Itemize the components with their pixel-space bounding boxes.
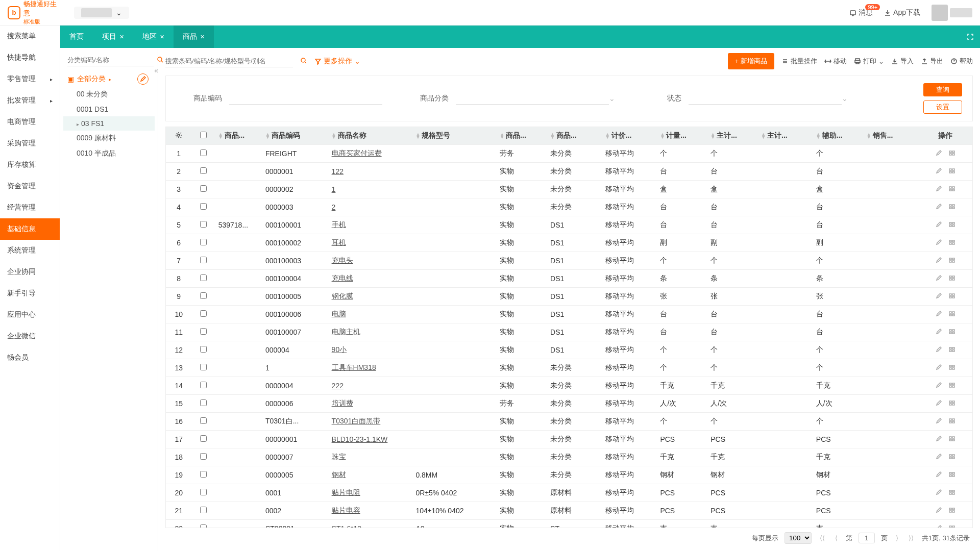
sidebar-item[interactable]: 经营管理 bbox=[0, 197, 60, 218]
cell-name[interactable]: 90小 bbox=[329, 341, 413, 359]
more-icon[interactable] bbox=[948, 221, 955, 230]
cell-name[interactable]: 钢材 bbox=[329, 466, 413, 484]
row-checkbox[interactable] bbox=[192, 395, 215, 413]
cell-name[interactable]: 手机 bbox=[329, 216, 413, 234]
row-checkbox[interactable] bbox=[192, 323, 215, 341]
more-icon[interactable] bbox=[948, 274, 955, 283]
cell-name[interactable]: 充电线 bbox=[329, 270, 413, 288]
col-header[interactable]: ▲▼计量... bbox=[657, 127, 707, 145]
cell-name[interactable]: 贴片电阻 bbox=[329, 484, 413, 502]
more-icon[interactable] bbox=[948, 399, 955, 408]
close-icon[interactable]: ✕ bbox=[160, 34, 164, 40]
cell-name[interactable]: 电脑主机 bbox=[329, 323, 413, 341]
fullscreen-button[interactable] bbox=[967, 26, 974, 48]
prev-page-button[interactable]: ⟨ bbox=[833, 534, 840, 542]
sidebar-item[interactable]: 应用中心 bbox=[0, 304, 60, 325]
add-product-button[interactable]: + 新增商品 bbox=[728, 53, 774, 69]
col-header[interactable]: ▲▼商品... bbox=[215, 127, 262, 145]
more-icon[interactable] bbox=[948, 185, 955, 194]
cell-name[interactable]: 工具车HM318 bbox=[329, 359, 413, 377]
export-button[interactable]: 导出 bbox=[921, 57, 943, 66]
sidebar-item[interactable]: 采购管理 bbox=[0, 133, 60, 154]
cell-name[interactable]: 电脑 bbox=[329, 306, 413, 323]
cell-name[interactable]: 222 bbox=[329, 377, 413, 395]
edit-icon[interactable] bbox=[935, 292, 942, 301]
sidebar-item[interactable]: 零售管理▸ bbox=[0, 68, 60, 90]
sidebar-item[interactable]: 电商管理 bbox=[0, 111, 60, 133]
move-button[interactable]: 移动 bbox=[824, 57, 847, 66]
row-checkbox[interactable] bbox=[192, 270, 215, 288]
cell-name[interactable]: T0301白面黑带 bbox=[329, 413, 413, 431]
close-icon[interactable]: ✕ bbox=[119, 34, 124, 40]
cell-name[interactable]: 培训费 bbox=[329, 395, 413, 413]
row-checkbox[interactable] bbox=[192, 377, 215, 395]
edit-icon[interactable] bbox=[935, 489, 942, 497]
tab[interactable]: 首页 bbox=[60, 26, 93, 48]
per-page-select[interactable]: 100 bbox=[785, 532, 812, 544]
first-page-button[interactable]: ⟨⟨ bbox=[818, 534, 827, 542]
last-page-button[interactable]: ⟩⟩ bbox=[906, 534, 916, 542]
more-icon[interactable] bbox=[948, 149, 955, 158]
tree-search-input[interactable] bbox=[67, 54, 154, 66]
app-download-button[interactable]: App下载 bbox=[884, 8, 920, 17]
more-icon[interactable] bbox=[948, 489, 955, 497]
edit-icon[interactable] bbox=[935, 417, 942, 426]
col-header[interactable]: ▲▼销售... bbox=[864, 127, 919, 145]
row-checkbox[interactable] bbox=[192, 288, 215, 306]
edit-icon[interactable] bbox=[935, 507, 942, 515]
tree-node[interactable]: ▸03 FS1 bbox=[63, 116, 155, 131]
sidebar-item[interactable]: 企业协同 bbox=[0, 261, 60, 283]
edit-icon[interactable] bbox=[935, 328, 942, 337]
sidebar-item[interactable]: 库存核算 bbox=[0, 154, 60, 176]
col-header[interactable]: ▲▼商品编码 bbox=[262, 127, 329, 145]
more-icon[interactable] bbox=[948, 507, 955, 515]
cell-name[interactable]: BLD10-23-1.1KW bbox=[329, 431, 413, 448]
sidebar-item[interactable]: 基础信息 bbox=[0, 218, 60, 240]
more-icon[interactable] bbox=[948, 364, 955, 372]
more-icon[interactable] bbox=[948, 310, 955, 319]
checkbox-all[interactable] bbox=[192, 127, 215, 145]
org-selector[interactable]: ⌄ bbox=[74, 7, 129, 19]
tab[interactable]: 地区✕ bbox=[133, 26, 174, 48]
tab[interactable]: 商品✕ bbox=[174, 26, 214, 48]
messages-button[interactable]: 消息 99+ bbox=[849, 8, 873, 17]
edit-icon[interactable] bbox=[935, 149, 942, 158]
edit-icon[interactable] bbox=[935, 453, 942, 462]
sidebar-item[interactable]: 快捷导航 bbox=[0, 47, 60, 68]
more-icon[interactable] bbox=[948, 382, 955, 390]
row-checkbox[interactable] bbox=[192, 306, 215, 323]
col-header[interactable]: ▲▼计价... bbox=[602, 127, 657, 145]
row-checkbox[interactable] bbox=[192, 431, 215, 448]
col-header[interactable]: ▲▼主计... bbox=[707, 127, 758, 145]
search-icon[interactable] bbox=[157, 56, 164, 65]
tree-node[interactable]: 0001 DS1 bbox=[63, 102, 155, 116]
edit-icon[interactable] bbox=[935, 203, 942, 212]
cell-name[interactable]: 1 bbox=[329, 181, 413, 198]
cell-name[interactable]: 充电头 bbox=[329, 252, 413, 270]
print-button[interactable]: 打印⌄ bbox=[854, 57, 884, 66]
add-category-button[interactable] bbox=[137, 73, 149, 85]
settings-button[interactable]: 设置 bbox=[923, 101, 962, 114]
row-checkbox[interactable] bbox=[192, 502, 215, 520]
col-header[interactable]: ▲▼商品... bbox=[547, 127, 602, 145]
more-icon[interactable] bbox=[948, 524, 955, 529]
edit-icon[interactable] bbox=[935, 167, 942, 176]
edit-icon[interactable] bbox=[935, 471, 942, 480]
edit-icon[interactable] bbox=[935, 524, 942, 529]
edit-icon[interactable] bbox=[935, 399, 942, 408]
sidebar-item[interactable]: 搜索菜单 bbox=[0, 26, 60, 47]
edit-icon[interactable] bbox=[935, 435, 942, 444]
tree-node[interactable]: 0010 半成品 bbox=[63, 146, 155, 161]
more-icon[interactable] bbox=[948, 292, 955, 301]
edit-icon[interactable] bbox=[935, 221, 942, 230]
col-header[interactable]: ▲▼辅助... bbox=[813, 127, 864, 145]
more-icon[interactable] bbox=[948, 417, 955, 426]
cell-name[interactable]: 电商买家付运费 bbox=[329, 145, 413, 163]
product-search-input[interactable] bbox=[165, 55, 293, 67]
query-button[interactable]: 查询 bbox=[923, 83, 962, 96]
filter-code-input[interactable] bbox=[229, 92, 382, 105]
edit-icon[interactable] bbox=[935, 239, 942, 247]
gear-column-header[interactable] bbox=[166, 127, 192, 145]
row-checkbox[interactable] bbox=[192, 448, 215, 466]
more-icon[interactable] bbox=[948, 346, 955, 355]
